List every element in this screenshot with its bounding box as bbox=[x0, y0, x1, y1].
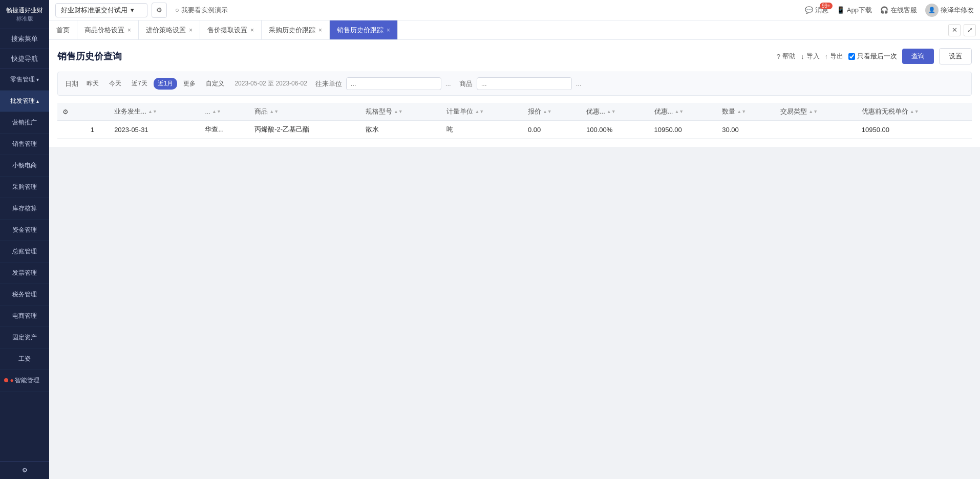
col-more[interactable]: ... ▲▼ bbox=[200, 103, 249, 121]
sidebar-item-assets[interactable]: 固定资产 bbox=[0, 327, 49, 349]
tab-home[interactable]: 首页 bbox=[49, 20, 77, 39]
topbar-settings-button[interactable]: ⚙ bbox=[152, 3, 167, 18]
col-quantity-sort[interactable]: 数量 ▲▼ bbox=[722, 107, 746, 116]
col-product-sort[interactable]: 商品 ▲▼ bbox=[254, 107, 279, 116]
export-button[interactable]: ↑ 导出 bbox=[825, 52, 844, 61]
col-product[interactable]: 商品 ▲▼ bbox=[249, 103, 360, 121]
row-quote: 0.00 bbox=[523, 121, 581, 139]
sidebar-item-salary[interactable]: 工资 bbox=[0, 349, 49, 370]
tab-sales-history-close[interactable]: × bbox=[387, 27, 390, 34]
col-discount1-sort[interactable]: 优惠... ▲▼ bbox=[586, 107, 616, 116]
sidebar-item-sales[interactable]: 销售管理 bbox=[0, 134, 49, 155]
col-biz-date[interactable]: 业务发生... ▲▼ bbox=[109, 103, 200, 121]
date-btn-yesterday[interactable]: 昨天 bbox=[82, 78, 103, 90]
sidebar-item-invoice[interactable]: 发票管理 bbox=[0, 263, 49, 284]
tab-price-extract-close[interactable]: × bbox=[250, 27, 254, 34]
help-label: 帮助 bbox=[782, 52, 796, 61]
sidebar-item-ecommerce-small[interactable]: 小畅电商 bbox=[0, 155, 49, 177]
online-service-button[interactable]: 🎧 在线客服 bbox=[880, 6, 917, 15]
import-button[interactable]: ↓ 导入 bbox=[801, 52, 820, 61]
smart-dot-icon: ● bbox=[10, 377, 13, 384]
col-discount2-sort[interactable]: 优惠... ▲▼ bbox=[654, 107, 684, 116]
sidebar-item-ledger[interactable]: 总账管理 bbox=[0, 241, 49, 263]
sidebar-quicknav[interactable]: 快捷导航 bbox=[0, 49, 49, 69]
sidebar-item-inventory[interactable]: 库存核算 bbox=[0, 198, 49, 220]
source-unit-label: 往来单位 bbox=[315, 79, 342, 89]
col-quote-sort[interactable]: 报价 ▲▼ bbox=[528, 107, 552, 116]
sidebar-item-capital[interactable]: 资金管理 bbox=[0, 220, 49, 241]
table-row[interactable]: 1 2023-05-31 华查... 丙烯酸-2-乙基己酯 散水 吨 0.00 … bbox=[57, 121, 972, 139]
sidebar-search[interactable]: 搜索菜单 bbox=[0, 29, 49, 49]
tab-purchase-history-close[interactable]: × bbox=[318, 27, 322, 34]
sidebar-item-smart[interactable]: ●智能管理 bbox=[0, 370, 49, 391]
col-trans-type[interactable]: 交易类型 ▲▼ bbox=[775, 103, 857, 121]
col-discount2[interactable]: 优惠... ▲▼ bbox=[649, 103, 717, 121]
query-button[interactable]: 查询 bbox=[902, 49, 934, 64]
tab-purchase-strategy[interactable]: 进价策略设置 × bbox=[139, 20, 200, 39]
tab-sales-history[interactable]: 销售历史价跟踪 × bbox=[330, 20, 398, 39]
sidebar-logo: 畅捷通好业财 标准版 bbox=[0, 0, 49, 29]
last-only-checkbox-label[interactable]: 只看最后一次 bbox=[848, 52, 897, 61]
data-table: ⚙ 业务发生... ▲▼ ... bbox=[57, 103, 972, 139]
col-unit[interactable]: 计量单位 ▲▼ bbox=[441, 103, 523, 121]
source-unit-more[interactable]: ... bbox=[445, 80, 451, 88]
tab-price-extract[interactable]: 售价提取设置 × bbox=[200, 20, 262, 39]
tab-maximize[interactable]: ⤢ bbox=[964, 24, 976, 36]
col-trans-type-sort[interactable]: 交易类型 ▲▼ bbox=[780, 107, 818, 116]
date-btn-1month[interactable]: 近1月 bbox=[154, 78, 178, 90]
settings-button[interactable]: 设置 bbox=[939, 48, 972, 64]
quantity-sort-icon: ▲▼ bbox=[737, 110, 746, 114]
export-label: 导出 bbox=[830, 52, 843, 61]
tab-purchase-history[interactable]: 采购历史价跟踪 × bbox=[262, 20, 330, 39]
last-only-checkbox[interactable] bbox=[848, 53, 855, 60]
col-discount1[interactable]: 优惠... ▲▼ bbox=[581, 103, 649, 121]
page-title: 销售历史价查询 bbox=[57, 50, 122, 62]
tab-product-price[interactable]: 商品价格设置 × bbox=[77, 20, 139, 39]
logo-line2: 标准版 bbox=[4, 15, 45, 23]
tab-close-window[interactable]: ✕ bbox=[948, 24, 961, 36]
app-download-icon: 📱 bbox=[837, 6, 845, 14]
row-quantity: 30.00 bbox=[717, 121, 775, 139]
date-btn-today[interactable]: 今天 bbox=[105, 78, 125, 90]
date-btn-more[interactable]: 更多 bbox=[179, 78, 200, 90]
discount1-sort-icon: ▲▼ bbox=[607, 110, 616, 114]
product-name: 好业财标准版交付试用 bbox=[61, 6, 127, 15]
col-gear[interactable]: ⚙ bbox=[57, 103, 86, 121]
col-pretax-price-sort[interactable]: 优惠前无税单价 ▲▼ bbox=[862, 107, 919, 116]
help-button[interactable]: ? 帮助 bbox=[777, 52, 796, 61]
col-spec[interactable]: 规格型号 ▲▼ bbox=[360, 103, 442, 121]
col-quote[interactable]: 报价 ▲▼ bbox=[523, 103, 581, 121]
date-btn-7days[interactable]: 近7天 bbox=[127, 78, 152, 90]
col-spec-sort[interactable]: 规格型号 ▲▼ bbox=[366, 107, 403, 116]
sidebar-item-purchase[interactable]: 采购管理 bbox=[0, 177, 49, 198]
row-pretax-price: 10950.00 bbox=[857, 121, 972, 139]
col-pretax-price[interactable]: 优惠前无税单价 ▲▼ bbox=[857, 103, 972, 121]
demo-link[interactable]: ○ 我要看实例演示 bbox=[175, 6, 228, 15]
sidebar-settings[interactable]: ⚙ bbox=[0, 461, 49, 479]
sidebar-item-tax[interactable]: 税务管理 bbox=[0, 284, 49, 306]
sidebar-item-wholesale[interactable]: 批发管理 ▴ bbox=[0, 91, 49, 112]
sidebar-item-retail[interactable]: 零售管理 ▾ bbox=[0, 69, 49, 91]
last-only-label: 只看最后一次 bbox=[857, 52, 897, 61]
table-header-row: ⚙ 业务发生... ▲▼ ... bbox=[57, 103, 972, 121]
product-selector[interactable]: 好业财标准版交付试用 ▾ bbox=[55, 3, 147, 17]
messages-button[interactable]: 💬 消息 99+ bbox=[805, 6, 828, 15]
data-table-wrap: ⚙ 业务发生... ▲▼ ... bbox=[57, 103, 972, 139]
col-biz-date-sort[interactable]: 业务发生... ▲▼ bbox=[114, 107, 157, 116]
sidebar-item-ecommerce[interactable]: 电商管理 bbox=[0, 306, 49, 327]
headset-icon: 🎧 bbox=[880, 6, 888, 14]
date-btn-custom[interactable]: 自定义 bbox=[202, 78, 228, 90]
col-quantity[interactable]: 数量 ▲▼ bbox=[717, 103, 775, 121]
tab-sales-history-label: 销售历史价跟踪 bbox=[337, 26, 384, 35]
col-unit-sort[interactable]: 计量单位 ▲▼ bbox=[446, 107, 484, 116]
product-more[interactable]: ... bbox=[576, 80, 582, 88]
tab-purchase-strategy-close[interactable]: × bbox=[189, 27, 193, 34]
col-more-sort[interactable]: ... ▲▼ bbox=[205, 108, 221, 116]
tab-product-price-close[interactable]: × bbox=[127, 27, 131, 34]
product-input[interactable] bbox=[477, 77, 572, 90]
settings-gear-icon: ⚙ bbox=[22, 467, 28, 474]
source-unit-input[interactable] bbox=[346, 77, 441, 90]
sidebar-item-marketing[interactable]: 营销推广 bbox=[0, 112, 49, 134]
app-download-button[interactable]: 📱 App下载 bbox=[837, 6, 872, 15]
user-menu[interactable]: 👤 徐泽华修改 bbox=[925, 4, 974, 17]
